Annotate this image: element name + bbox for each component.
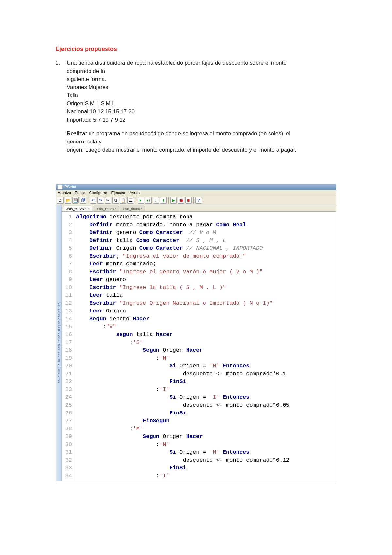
new-icon[interactable]: 🗋 (57, 197, 64, 204)
menu-configurar[interactable]: Configurar (89, 191, 107, 195)
menu-archivo[interactable]: Archivo (58, 191, 71, 195)
tab-label: <sin_titulo>* (122, 207, 142, 211)
text-line: origen. Luego debe mostrar el monto comp… (67, 146, 336, 154)
help-icon[interactable]: ? (195, 197, 202, 204)
code-content[interactable]: Algoritmo descuento_por_compra_ropa Defi… (74, 212, 336, 481)
saveall-icon[interactable]: 🗐 (80, 197, 86, 204)
section-heading: Ejercicios propuestos (56, 46, 336, 53)
menu-ayuda[interactable]: Ayuda (129, 191, 140, 195)
text-line: comprado de la (67, 67, 336, 75)
stepinto-icon[interactable]: ⤵ (153, 197, 159, 204)
menu-editar[interactable]: Editar (75, 191, 85, 195)
toolbar: 🗋 📂 💾 🗐 ↶ ↷ ✂ ⧉ 📋 ☰ ⏵ ⏯ ⤵ ⬇ ▶ 🐞 ⏹ (56, 196, 336, 205)
close-icon[interactable]: × (88, 207, 90, 210)
exercise-1: 1. Una tienda distribuidora de ropa ha e… (56, 59, 336, 154)
text-line: Nacional 10 12 15 15 17 20 (67, 108, 336, 116)
side-panel-tabs[interactable]: Variables Ayuda Ejecutar Operadores y Fu… (56, 205, 62, 481)
pseint-window: PSeInt Archivo Editar Configurar Ejecuta… (56, 184, 336, 481)
text-line: Una tienda distribuidora de ropa ha esta… (67, 59, 336, 67)
play-icon[interactable]: ▶ (170, 197, 177, 204)
editor-tab[interactable]: <sin_titulo>* (93, 206, 119, 211)
paste-icon[interactable]: 📋 (120, 197, 126, 204)
window-title: PSeInt (64, 185, 76, 189)
stop-icon[interactable]: ⏹ (185, 197, 192, 204)
text-line: siguiente forma. (67, 76, 336, 83)
text-line: Origen S M L S M L (67, 100, 336, 108)
code-editor[interactable]: 1234567891011121314151617181920212223242… (62, 212, 336, 481)
cut-icon[interactable]: ✂ (105, 197, 111, 204)
open-icon[interactable]: 📂 (65, 197, 71, 204)
editor-tab-active[interactable]: <sin_titulo>* × (63, 206, 92, 211)
exercise-number: 1. (56, 59, 62, 154)
tab-label: <sin_titulo>* (66, 207, 86, 211)
toolbar-separator (193, 197, 194, 204)
menubar: Archivo Editar Configurar Ejecutar Ayuda (56, 190, 336, 196)
undo-icon[interactable]: ↶ (90, 197, 96, 204)
text-line: Realizar un programa en pseudocódigo don… (67, 130, 336, 138)
step-icon[interactable]: ⏯ (145, 197, 152, 204)
run-icon[interactable]: ⏵ (138, 197, 144, 204)
flow-icon[interactable]: ⬇ (160, 197, 167, 204)
text-line: Varones Mujeres (67, 83, 336, 91)
toolbar-separator (88, 197, 88, 204)
line-gutter: 1234567891011121314151617181920212223242… (62, 212, 74, 481)
toolbar-separator (136, 197, 136, 204)
window-titlebar[interactable]: PSeInt (56, 184, 336, 190)
editor-tabstrip: <sin_titulo>* × <sin_titulo>* <sin_titul… (62, 205, 336, 212)
redo-icon[interactable]: ↷ (97, 197, 104, 204)
app-icon (58, 185, 62, 189)
text-line: Importado 5 7 10 7 9 12 (67, 116, 336, 124)
debug-icon[interactable]: 🐞 (178, 197, 184, 204)
tab-label: <sin_titulo>* (96, 207, 116, 211)
text-line: Talla (67, 92, 336, 99)
editor-tab[interactable]: <sin_titulo>* (120, 206, 145, 211)
menu-ejecutar[interactable]: Ejecutar (111, 191, 125, 195)
text-line: género, talla y (67, 138, 336, 146)
toolbar-separator (168, 197, 169, 204)
save-icon[interactable]: 💾 (72, 197, 79, 204)
copy-icon[interactable]: ⧉ (112, 197, 119, 204)
indent-icon[interactable]: ☰ (127, 197, 134, 204)
